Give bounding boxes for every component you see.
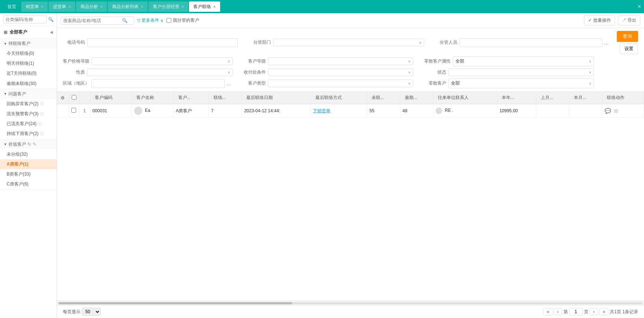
batch-operation-button[interactable]: ✓ 批量操作	[584, 15, 615, 25]
retail-attr-chevron: ∨	[589, 59, 591, 63]
sidebar-item-ungroup[interactable]: 未分组(32)	[0, 149, 57, 159]
sidebar-item-churned[interactable]: 已流失客户(24) ⓘ	[0, 119, 57, 129]
sidebar-item-declining[interactable]: 持续下滑客户(2) ⓘ	[0, 129, 57, 139]
pagesize-select[interactable]: 50 100 200	[82, 308, 101, 316]
sidebar-search-icon[interactable]: 🔍	[48, 17, 54, 22]
sidebar-item-b-class[interactable]: B类客户(33)	[0, 169, 57, 179]
close-analysis-tab[interactable]: ×	[100, 4, 103, 9]
row-checkbox[interactable]	[71, 108, 76, 113]
region-input[interactable]	[92, 79, 225, 88]
row-code-cell[interactable]: 000031	[90, 104, 132, 118]
sidebar-collapse-icon[interactable]: ◀	[50, 30, 53, 34]
filter-manager: 分管人员 ...	[435, 38, 610, 47]
advanced-filter: 电话号码 分管部门 ∨ 分管人员 ...	[57, 28, 644, 92]
customer-type-select[interactable]: ∨	[268, 80, 414, 87]
manager-ellipsis-button[interactable]: ...	[602, 39, 610, 47]
price-level-chevron: ∨	[228, 59, 230, 63]
manager-input[interactable]	[459, 38, 602, 47]
sidebar-search-input[interactable]	[3, 15, 47, 24]
prev-page-button[interactable]: ‹	[554, 308, 562, 315]
info-icon4: ⓘ	[40, 131, 44, 137]
row-settings-cell	[57, 104, 69, 118]
col-settings[interactable]: ⚙	[57, 92, 69, 104]
sidebar-item-tomorrow[interactable]: 明天待联络(1)	[0, 59, 57, 68]
settings-button[interactable]: 设置	[620, 43, 638, 54]
page-number-input[interactable]	[569, 308, 583, 315]
filter-search-icon[interactable]: 🔍	[122, 18, 128, 23]
filter-region: 区域（地区） ...	[63, 79, 233, 88]
sidebar-section-problem: ▼ 问题客户 回购异常客户(2) ⓘ 流失预警客户(3) ⓘ 已流失客户(24)…	[0, 89, 57, 139]
edit-icon[interactable]: ✎	[33, 142, 36, 147]
status-label: 状态	[424, 69, 446, 75]
close-customer-contact-tab[interactable]: ×	[213, 4, 215, 9]
tab-customer-tier[interactable]: 客户分层经营 ×	[149, 1, 188, 12]
customer-level-select[interactable]: ∨	[268, 57, 414, 65]
row-check-cell	[69, 104, 79, 118]
action-icons: 💬 ⊞	[605, 108, 641, 114]
sidebar-item-c-class[interactable]: C类客户(6)	[0, 179, 57, 189]
retail-customer-select[interactable]: 全部 ∨	[448, 78, 594, 88]
window-close-button[interactable]: ×	[638, 3, 641, 10]
close-analysis-list-tab[interactable]: ×	[141, 4, 143, 9]
phone-input[interactable]	[87, 38, 238, 47]
retail-attr-select[interactable]: 全部 ∨	[453, 56, 594, 66]
scrollbar-thumb[interactable]	[58, 302, 292, 304]
filter-more-button[interactable]: ▽ 更多条件 ∨	[137, 17, 164, 24]
last-page-button[interactable]: »	[600, 308, 609, 315]
filter-actions: ✓ 批量操作 ↗ 导出	[584, 15, 640, 25]
tab-purchase[interactable]: 进货单 ×	[49, 1, 75, 12]
sidebar-section-pending-header[interactable]: ▼ 待联络客户	[0, 39, 57, 49]
payment-select[interactable]: ∨	[268, 68, 414, 76]
my-customers-checkbox[interactable]	[167, 18, 171, 23]
row-num-cell: 1	[79, 104, 90, 118]
tab-analysis[interactable]: 商品分析 ×	[76, 1, 107, 12]
tab-sales[interactable]: 销货单 ×	[21, 1, 48, 12]
sidebar-item-churn-warning[interactable]: 流失预警客户(3) ⓘ	[0, 109, 57, 119]
sidebar-all-customers[interactable]: ⊞ 全部客户 ◀	[0, 26, 57, 39]
filter-search-input[interactable]	[63, 18, 122, 23]
next-page-button[interactable]: ›	[590, 308, 598, 315]
table-wrap: ⚙ :客户编码 :客户名称 :客户... :联络... :最后联络日期 :最后联…	[57, 92, 644, 301]
status-select[interactable]: ∨	[448, 68, 594, 76]
row-action-cell: 💬 ⊞	[602, 104, 644, 118]
refresh-icon[interactable]: ↻	[28, 142, 31, 147]
info-icon2: ⓘ	[40, 111, 44, 117]
export-button[interactable]: ↗ 导出	[618, 15, 640, 25]
arrow-down-icon2: ▼	[4, 92, 7, 96]
first-page-button[interactable]: «	[543, 308, 552, 315]
query-button[interactable]: 查询	[617, 31, 638, 42]
sidebar-item-repurchase-abnormal[interactable]: 回购异常客户(2) ⓘ	[0, 99, 57, 109]
chevron-down-icon: ∨	[160, 18, 164, 23]
message-icon[interactable]: 💬	[605, 108, 611, 114]
tab-customer-contact[interactable]: 客户联络 ×	[189, 1, 220, 12]
my-customers-checkbox-wrap[interactable]: 我分管的客户	[167, 17, 199, 24]
scrollbar-track	[58, 302, 643, 304]
dept-select[interactable]: ∨	[273, 39, 424, 46]
sidebar-section-problem-header[interactable]: ▼ 问题客户	[0, 89, 57, 99]
sidebar-item-7days[interactable]: 近7天待联络(0)	[0, 68, 57, 78]
sidebar-item-overdue[interactable]: 逾期未联络(30)	[0, 79, 57, 89]
tab-analysis-list[interactable]: 商品分析列表 ×	[108, 1, 147, 12]
tab-home[interactable]: 首页	[3, 1, 21, 12]
col-not-contacted: :未联...	[367, 92, 400, 104]
region-ellipsis-button[interactable]: ...	[225, 80, 232, 88]
select-all-checkbox[interactable]	[72, 95, 76, 100]
status-chevron: ∨	[589, 70, 591, 74]
col-code: :客户编码	[90, 92, 132, 104]
sidebar-item-today[interactable]: 今天待联络(0)	[0, 49, 57, 59]
filter-status: 状态 ∨	[424, 68, 594, 76]
pagesize-wrap: 每页显示 50 100 200	[63, 308, 101, 316]
price-level-select[interactable]: ∨	[92, 57, 233, 65]
qrcode-icon[interactable]: ⊞	[614, 108, 618, 114]
close-purchase-tab[interactable]: ×	[68, 4, 71, 9]
filter-row-4: 区域（地区） ... 客户类型 ∨ 零散客户 全部	[63, 78, 638, 88]
avatar	[134, 107, 142, 115]
close-sales-tab[interactable]: ×	[41, 4, 43, 9]
horizontal-scrollbar[interactable]	[57, 301, 644, 305]
sidebar-item-a-class[interactable]: A类客户(1)	[0, 159, 57, 169]
close-customer-tier-tab[interactable]: ×	[182, 4, 184, 9]
nature-select[interactable]: ∨	[87, 68, 233, 76]
last-method-link[interactable]: 下销货单	[313, 108, 330, 113]
retail-customer-label: 零散客户	[424, 80, 446, 86]
sidebar-section-value-header[interactable]: ▼ 价值客户 ↻ ✎	[0, 139, 57, 149]
